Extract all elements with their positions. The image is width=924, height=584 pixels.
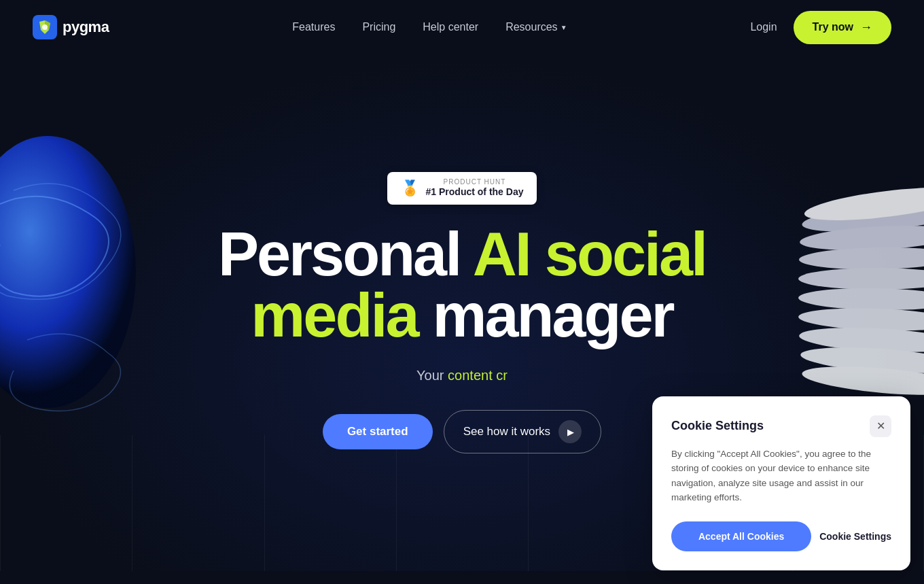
- headline-personal: Personal: [218, 220, 460, 288]
- svg-point-8: [798, 306, 924, 333]
- logo-icon: [33, 15, 57, 39]
- accept-all-cookies-button[interactable]: Accept All Cookies: [671, 521, 811, 551]
- cookie-body: By clicking "Accept All Cookies", you ag…: [671, 447, 891, 505]
- logo-text: pygma: [63, 18, 109, 36]
- cta-buttons: Get started See how it works ▶: [323, 410, 601, 453]
- close-icon: ✕: [876, 419, 885, 432]
- svg-point-6: [798, 268, 924, 290]
- cookie-modal: Cookie Settings ✕ By clicking "Accept Al…: [652, 396, 910, 570]
- nav-link-pricing[interactable]: Pricing: [362, 21, 395, 33]
- logo[interactable]: pygma: [33, 15, 109, 39]
- cookie-title: Cookie Settings: [671, 419, 764, 433]
- chevron-down-icon: ▼: [561, 24, 567, 31]
- hero-subtext: Your content cr: [416, 365, 508, 385]
- svg-point-9: [798, 324, 924, 356]
- headline-media: media: [251, 281, 417, 349]
- nav-link-resources[interactable]: Resources ▼: [505, 21, 567, 33]
- nav-link-help[interactable]: Help center: [423, 21, 478, 33]
- nav-right: Login Try now →: [750, 11, 891, 44]
- svg-point-4: [799, 222, 924, 254]
- hero-content: 🏅 PRODUCT HUNT #1 Product of the Day Per…: [218, 172, 706, 453]
- nav-item-features[interactable]: Features: [292, 21, 335, 33]
- blue-sphere-decoration: [0, 122, 163, 394]
- svg-point-11: [801, 362, 924, 400]
- cookie-settings-link[interactable]: Cookie Settings: [819, 531, 891, 542]
- nav-item-pricing[interactable]: Pricing: [362, 21, 395, 33]
- svg-point-3: [801, 199, 924, 237]
- nav-link-features[interactable]: Features: [292, 21, 335, 33]
- svg-point-1: [42, 24, 48, 30]
- hero-headline: Personal AI social media manager: [218, 224, 706, 346]
- nav-links: Features Pricing Help center Resources ▼: [292, 21, 567, 33]
- play-icon: ▶: [558, 420, 582, 443]
- product-hunt-badge: 🏅 PRODUCT HUNT #1 Product of the Day: [387, 172, 537, 205]
- get-started-button[interactable]: Get started: [323, 414, 433, 449]
- see-how-button[interactable]: See how it works ▶: [444, 410, 602, 453]
- navbar: pygma Features Pricing Help center Resou…: [0, 0, 924, 54]
- svg-point-5: [799, 246, 924, 271]
- cookie-close-button[interactable]: ✕: [870, 415, 891, 437]
- cookie-header: Cookie Settings ✕: [671, 415, 891, 437]
- nav-item-help[interactable]: Help center: [423, 21, 478, 33]
- try-now-button[interactable]: Try now →: [794, 11, 891, 44]
- arrow-icon: →: [860, 20, 872, 35]
- svg-point-12: [803, 181, 924, 226]
- cookie-actions: Accept All Cookies Cookie Settings: [671, 521, 891, 551]
- headline-manager: manager: [432, 281, 673, 349]
- svg-point-10: [800, 343, 924, 377]
- medal-icon: 🏅: [401, 179, 419, 197]
- svg-point-7: [798, 287, 924, 311]
- nav-item-resources[interactable]: Resources ▼: [505, 21, 567, 33]
- headline-ai-social: AI social: [473, 220, 706, 288]
- login-link[interactable]: Login: [750, 21, 777, 33]
- svg-point-2: [0, 136, 136, 408]
- subtext-highlight: content cr: [448, 368, 508, 383]
